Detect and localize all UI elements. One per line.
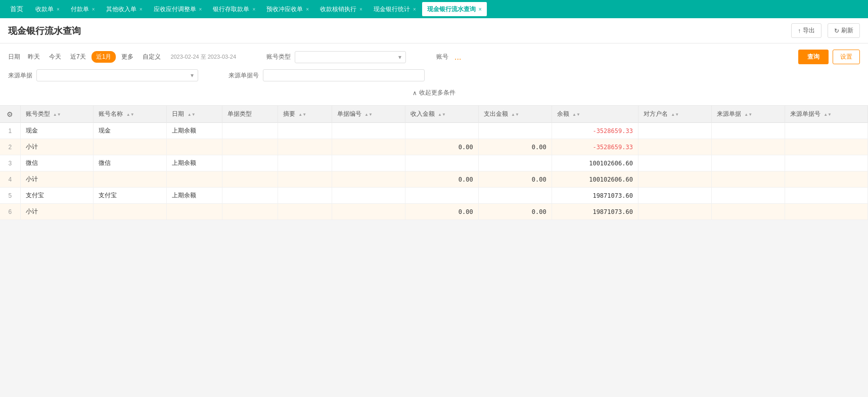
- date-btn-today[interactable]: 今天: [45, 51, 65, 63]
- cell-doc-type: [222, 123, 278, 139]
- sort-icon: ▲▼: [126, 113, 134, 117]
- sort-icon: ▲▼: [364, 113, 373, 117]
- sort-icon: ▲▼: [572, 113, 580, 117]
- cell-balance: -3528659.33: [552, 123, 638, 139]
- col-balance[interactable]: 余额 ▲▼: [552, 106, 638, 123]
- account-label: 账号: [436, 53, 448, 61]
- date-btn-more[interactable]: 更多: [118, 51, 137, 63]
- chevron-down-icon: ▾: [398, 54, 401, 61]
- cell-income: 0.00: [405, 204, 478, 220]
- account-dots-button[interactable]: ...: [452, 53, 463, 62]
- filter-action-buttons: 查询 设置: [798, 50, 860, 64]
- cell-counterparty: [638, 171, 711, 188]
- source-doc-no-input[interactable]: [263, 69, 425, 81]
- nav-tab-现金银行流水查询[interactable]: 现金银行流水查询 ×: [422, 2, 487, 16]
- col-account-type[interactable]: 账号类型 ▲▼: [20, 106, 94, 123]
- row-number: 3: [0, 155, 20, 171]
- cell-balance: 100102606.60: [552, 171, 638, 188]
- cell-account-type: 小计: [20, 204, 94, 220]
- cell-source-doc-no: [785, 123, 867, 139]
- refresh-button[interactable]: ↻ 刷新: [828, 23, 860, 38]
- cell-counterparty: [638, 155, 711, 171]
- cell-doc-type: [222, 188, 278, 204]
- cell-source-doc: [711, 188, 785, 204]
- close-icon[interactable]: ×: [92, 7, 95, 12]
- close-icon[interactable]: ×: [359, 7, 362, 12]
- query-button[interactable]: 查询: [798, 50, 829, 64]
- table-row: 1现金现金上期余额-3528659.33: [0, 123, 868, 139]
- col-gear: ⚙: [0, 106, 20, 123]
- cell-date: [167, 171, 222, 188]
- nav-tab-现金银行统计[interactable]: 现金银行统计 ×: [369, 2, 421, 16]
- nav-home[interactable]: 首页: [4, 5, 29, 14]
- close-icon[interactable]: ×: [57, 7, 60, 12]
- collapse-filter-row[interactable]: ∧ 收起更多条件: [8, 86, 860, 99]
- date-btn-custom[interactable]: 自定义: [139, 51, 164, 63]
- col-date[interactable]: 日期 ▲▼: [167, 106, 222, 123]
- close-icon[interactable]: ×: [199, 7, 202, 12]
- source-doc-label: 来源单据: [8, 71, 32, 80]
- col-source-doc-no[interactable]: 来源单据号 ▲▼: [785, 106, 867, 123]
- gear-icon[interactable]: ⚙: [7, 110, 13, 118]
- col-income[interactable]: 收入金额 ▲▼: [405, 106, 478, 123]
- col-summary[interactable]: 摘要 ▲▼: [278, 106, 332, 123]
- table-row: 2小计0.000.00-3528659.33: [0, 139, 868, 155]
- cell-balance: 19871073.60: [552, 204, 638, 220]
- settings-button[interactable]: 设置: [833, 50, 860, 64]
- filter-row-1: 日期 昨天 今天 近7天 近1月 更多 自定义 2023-02-24 至 202…: [8, 50, 860, 64]
- table-row: 3微信微信上期余额100102606.60: [0, 155, 868, 171]
- cell-account-name: [94, 204, 167, 220]
- nav-tab-其他收入单[interactable]: 其他收入单 ×: [101, 2, 148, 16]
- cell-counterparty: [638, 123, 711, 139]
- close-icon[interactable]: ×: [140, 7, 143, 12]
- filter-area: 日期 昨天 今天 近7天 近1月 更多 自定义 2023-02-24 至 202…: [0, 43, 868, 106]
- col-account-name[interactable]: 账号名称 ▲▼: [94, 106, 167, 123]
- col-expense[interactable]: 支出金额 ▲▼: [478, 106, 552, 123]
- row-number: 5: [0, 188, 20, 204]
- cell-account-name: [94, 171, 167, 188]
- nav-tab-预收冲应收单[interactable]: 预收冲应收单 ×: [261, 2, 314, 16]
- cell-expense: 0.00: [478, 204, 552, 220]
- cell-source-doc-no: [785, 155, 867, 171]
- export-icon: ↑: [798, 27, 801, 34]
- nav-tab-银行存取款单[interactable]: 银行存取款单 ×: [208, 2, 260, 16]
- date-btn-1month[interactable]: 近1月: [92, 51, 116, 63]
- export-button[interactable]: ↑ 导出: [791, 23, 821, 38]
- account-filter-group: 账号 ...: [436, 53, 463, 62]
- cell-date: 上期余额: [167, 155, 222, 171]
- cell-income: 0.00: [405, 139, 478, 155]
- col-source-doc[interactable]: 来源单据 ▲▼: [711, 106, 785, 123]
- cell-source-doc-no: [785, 204, 867, 220]
- cell-summary: [278, 155, 332, 171]
- page-header: 现金银行流水查询 ↑ 导出 ↻ 刷新: [0, 18, 868, 43]
- date-quick-buttons: 昨天 今天 近7天 近1月 更多 自定义: [24, 51, 164, 63]
- cell-balance: -3528659.33: [552, 139, 638, 155]
- nav-tab-付款单[interactable]: 付款单 ×: [66, 2, 100, 16]
- sort-icon: ▲▼: [53, 113, 61, 117]
- chevron-down-icon: ▾: [191, 72, 194, 79]
- cell-account-type: 支付宝: [20, 188, 94, 204]
- col-counterparty[interactable]: 对方户名 ▲▼: [638, 106, 711, 123]
- close-icon[interactable]: ×: [306, 7, 309, 12]
- cell-summary: [278, 123, 332, 139]
- source-doc-no-filter-group: 来源单据号: [229, 69, 425, 81]
- cell-doc-type: [222, 139, 278, 155]
- nav-tab-收款核销执行[interactable]: 收款核销执行 ×: [315, 2, 368, 16]
- close-icon[interactable]: ×: [252, 7, 255, 12]
- account-type-label: 账号类型: [266, 53, 291, 61]
- close-icon[interactable]: ×: [479, 7, 482, 12]
- nav-tab-应收应付调整单[interactable]: 应收应付调整单 ×: [149, 2, 207, 16]
- table-container: ⚙ 账号类型 ▲▼ 账号名称 ▲▼ 日期 ▲▼ 单据类型 摘: [0, 106, 868, 220]
- source-doc-select[interactable]: ▾: [36, 69, 198, 81]
- close-icon[interactable]: ×: [413, 7, 416, 12]
- cell-source-doc: [711, 155, 785, 171]
- account-type-select[interactable]: ▾: [295, 51, 406, 63]
- date-btn-7days[interactable]: 近7天: [67, 51, 89, 63]
- cell-income: 0.00: [405, 171, 478, 188]
- cell-source-doc-no: [785, 188, 867, 204]
- col-doc-no[interactable]: 单据编号 ▲▼: [332, 106, 405, 123]
- date-btn-yesterday[interactable]: 昨天: [24, 51, 43, 63]
- cell-date: [167, 204, 222, 220]
- cell-source-doc: [711, 123, 785, 139]
- nav-tab-收款单[interactable]: 收款单 ×: [30, 2, 65, 16]
